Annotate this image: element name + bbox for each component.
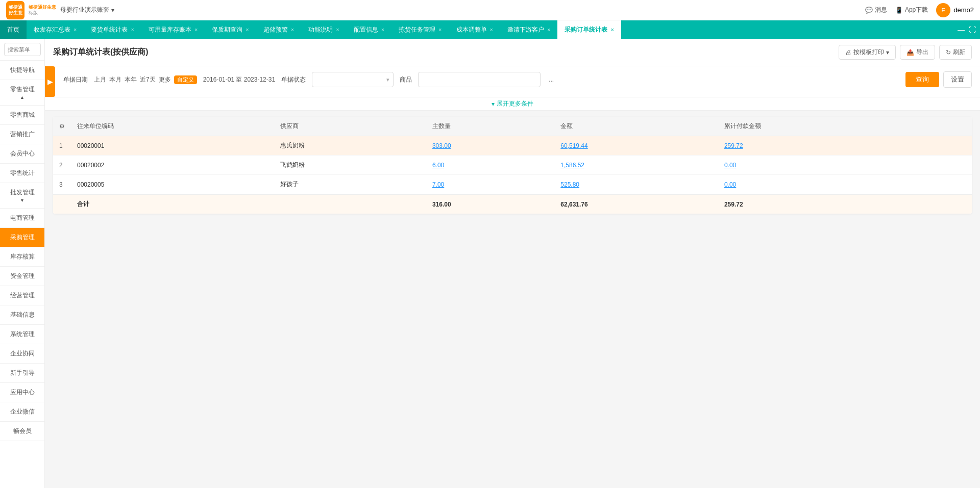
app-logo: 畅捷通 好生意 [6, 1, 24, 19]
user-menu[interactable]: E demo2 [936, 3, 974, 17]
nav-tab-cost-adjust[interactable]: 成本调整单 × [449, 20, 500, 39]
tab-label: 保质期查询 [212, 25, 242, 34]
status-select[interactable] [312, 72, 394, 87]
row-quantity[interactable]: 7.00 [426, 175, 554, 195]
expand-conditions-button[interactable]: ▾ 展开更多条件 [492, 99, 533, 108]
refresh-button[interactable]: ↻ 刷新 [939, 45, 972, 60]
settings-button[interactable]: 设置 [943, 71, 972, 88]
sidebar-item-label: 批发管理 [10, 188, 35, 197]
table-row: 2 00020002 飞鹤奶粉 6.00 1,586.52 0.00 [53, 156, 972, 175]
sidebar-item-system[interactable]: 系统管理 [0, 325, 44, 344]
print-button[interactable]: 🖨 按模板打印 ▾ [839, 45, 896, 60]
close-icon[interactable]: × [194, 27, 198, 33]
sidebar-item-retail-mall[interactable]: 零售商城 [0, 106, 44, 125]
sidebar-item-finance[interactable]: 资金管理 [0, 267, 44, 286]
col-supplier-header: 供应商 [274, 117, 426, 136]
row-quantity[interactable]: 6.00 [426, 156, 554, 175]
close-icon[interactable]: × [381, 27, 384, 33]
sidebar-item-label: 新手引导 [10, 369, 35, 377]
nav-tab-purchase-stats[interactable]: 采购订单统计表 × [557, 20, 621, 39]
nav-tab-pick-task[interactable]: 拣货任务管理 × [391, 20, 449, 39]
export-icon: 📤 [906, 49, 914, 56]
nav-tab-expiry[interactable]: 保质期查询 × [205, 20, 256, 39]
row-extra [921, 175, 972, 195]
row-amount[interactable]: 60,519.44 [554, 136, 718, 156]
date-shortcut-this-month[interactable]: 本月 [109, 75, 121, 84]
sidebar-item-inventory[interactable]: 库存核算 [0, 247, 44, 267]
sidebar-item-label: 电商管理 [10, 214, 35, 222]
close-icon[interactable]: × [131, 27, 134, 33]
date-custom-badge[interactable]: 自定义 [174, 75, 197, 84]
sidebar-item-retail-stats[interactable]: 零售统计 [0, 164, 44, 183]
close-icon[interactable]: × [291, 27, 294, 33]
row-index: 1 [53, 136, 71, 156]
page-actions: 🖨 按模板打印 ▾ 📤 导出 ↻ 刷新 [839, 45, 972, 60]
date-shortcut-this-year[interactable]: 本年 [125, 75, 137, 84]
sidebar-item-wechat[interactable]: 企业微信 [0, 402, 44, 422]
app-download-label: App下载 [905, 6, 928, 14]
close-icon[interactable]: × [246, 27, 249, 33]
sidebar-item-marketing[interactable]: 营销推广 [0, 125, 44, 144]
nav-tab-config[interactable]: 配置信息 × [347, 20, 391, 39]
sidebar-item-label: 企业协同 [10, 349, 35, 358]
close-icon[interactable]: × [74, 27, 77, 33]
date-shortcut-more[interactable]: 更多 [159, 75, 171, 84]
row-paid[interactable]: 0.00 [718, 175, 921, 195]
workspace-arrow-icon: ▾ [111, 7, 114, 14]
export-button[interactable]: 📤 导出 [900, 45, 935, 60]
date-shortcut-last-month[interactable]: 上月 [94, 75, 106, 84]
footer-paid: 259.72 [718, 194, 921, 214]
date-range-display: 2016-01-01 至 2023-12-31 [203, 75, 275, 84]
message-icon: 💬 [865, 7, 873, 14]
minimize-icon[interactable]: — [958, 25, 965, 34]
nav-tab-help[interactable]: 功能说明 × [301, 20, 346, 39]
sidebar-item-operations[interactable]: 经营管理 [0, 286, 44, 305]
export-label: 导出 [916, 48, 928, 57]
sidebar-item-wholesale[interactable]: 批发管理 ▼ [0, 183, 44, 209]
date-shortcut-7days[interactable]: 近7天 [140, 75, 156, 84]
sidebar-item-purchase[interactable]: 采购管理 [0, 228, 44, 247]
col-settings[interactable]: ⚙ [53, 117, 71, 136]
close-icon[interactable]: × [336, 27, 339, 33]
sidebar-item-app-center[interactable]: 应用中心 [0, 383, 44, 402]
row-amount[interactable]: 525.80 [554, 175, 718, 195]
row-code: 00020002 [71, 156, 274, 175]
sidebar-item-member-plan[interactable]: 畅会员 [0, 422, 44, 441]
nav-tab-order-stats[interactable]: 要货单统计表 × [84, 20, 141, 39]
chevron-down-icon: ▼ [20, 198, 24, 203]
close-icon[interactable]: × [490, 27, 493, 33]
close-icon[interactable]: × [610, 27, 614, 33]
sidebar-item-quick-nav[interactable]: 快捷导航 [0, 61, 44, 80]
sidebar-item-newbie[interactable]: 新手引导 [0, 364, 44, 383]
row-paid[interactable]: 0.00 [718, 156, 921, 175]
close-icon[interactable]: × [438, 27, 442, 33]
filter-expand-arrow[interactable]: ▶ [45, 66, 55, 97]
row-paid[interactable]: 259.72 [718, 136, 921, 156]
col-paid-header: 累计付款金额 [718, 117, 921, 136]
sidebar-item-basic-info[interactable]: 基础信息 [0, 305, 44, 325]
query-button[interactable]: 查询 [905, 72, 939, 87]
nav-tab-overstock[interactable]: 超储预警 × [256, 20, 301, 39]
goods-input[interactable] [418, 72, 541, 87]
nav-tab-home[interactable]: 首页 [0, 20, 27, 39]
row-quantity[interactable]: 303.00 [426, 136, 554, 156]
sidebar-item-members[interactable]: 会员中心 [0, 144, 44, 164]
search-input[interactable] [4, 43, 41, 56]
nav-tab-receive-summary[interactable]: 收发存汇总表 × [27, 20, 84, 39]
sidebar-item-ecommerce[interactable]: 电商管理 [0, 209, 44, 228]
maximize-icon[interactable]: ⛶ [969, 25, 976, 34]
workspace-selector[interactable]: 母婴行业演示账套 ▾ [60, 6, 114, 14]
sidebar: 快捷导航 零售管理 ▲ 零售商城 营销推广 会员中心 零售统计 批发管理 ▼ 电… [0, 39, 45, 488]
table-body: 1 00020001 惠氏奶粉 303.00 60,519.44 259.72 … [53, 136, 972, 195]
more-icon[interactable]: ... [549, 76, 554, 83]
sidebar-item-enterprise[interactable]: 企业协同 [0, 344, 44, 364]
nav-tab-invite-downstream[interactable]: 邀请下游客户 × [500, 20, 557, 39]
nav-tab-available-stock[interactable]: 可用量库存账本 × [141, 20, 205, 39]
close-icon[interactable]: × [547, 27, 550, 33]
message-button[interactable]: 💬 消息 [865, 6, 887, 14]
sidebar-item-retail-mgmt[interactable]: 零售管理 ▲ [0, 80, 44, 106]
app-download-button[interactable]: 📱 App下载 [895, 6, 928, 14]
row-amount[interactable]: 1,586.52 [554, 156, 718, 175]
sidebar-item-label: 资金管理 [10, 272, 35, 280]
message-label: 消息 [875, 6, 887, 14]
